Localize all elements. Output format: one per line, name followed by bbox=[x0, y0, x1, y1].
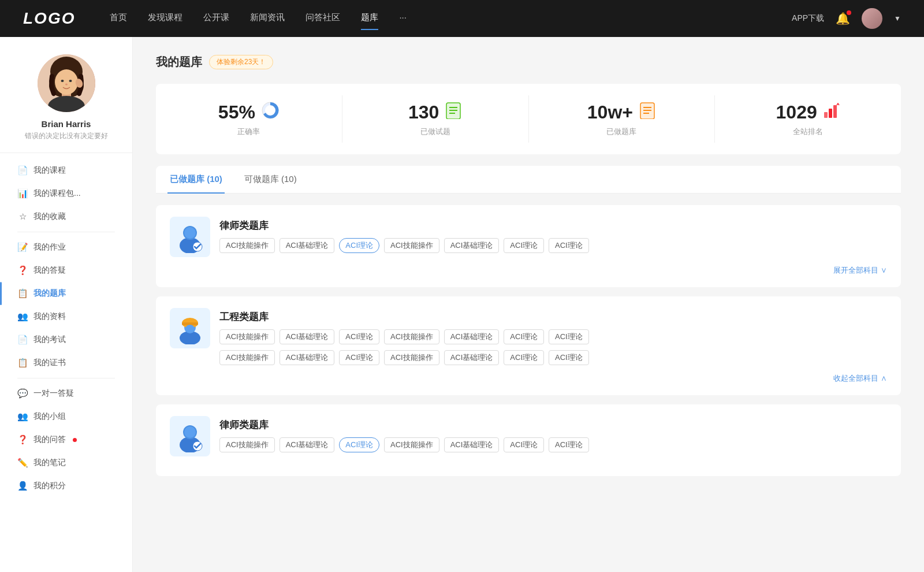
quiz-tag-2-6[interactable]: ACI理论 bbox=[549, 329, 589, 344]
quiz-tag-3-6[interactable]: ACI理论 bbox=[549, 437, 589, 452]
quiz-tag-2-3[interactable]: ACI技能操作 bbox=[384, 329, 439, 344]
page-header: 我的题库 体验剩余23天！ bbox=[156, 54, 901, 70]
quiz-tag-1-6[interactable]: ACI理论 bbox=[549, 238, 589, 253]
main-content: 我的题库 体验剩余23天！ 55% bbox=[133, 37, 924, 572]
quiz-tag-1-0[interactable]: ACI技能操作 bbox=[219, 238, 275, 253]
sidebar-item-profile-label: 我的资料 bbox=[33, 311, 66, 322]
quiz-tag-2-r2-1[interactable]: ACI基础理论 bbox=[280, 350, 335, 365]
quiz-tag-2-2[interactable]: ACI理论 bbox=[339, 329, 379, 344]
quiz-tag-3-0[interactable]: ACI技能操作 bbox=[219, 437, 275, 452]
quiz-tag-3-4[interactable]: ACI基础理论 bbox=[444, 437, 500, 452]
quiz-tag-1-2[interactable]: ACI理论 bbox=[339, 238, 379, 253]
tutor-icon: 💬 bbox=[17, 388, 28, 399]
sidebar-item-exam-label: 我的考试 bbox=[33, 335, 66, 345]
quiz-card-1-info: 律师类题库 ACI技能操作 ACI基础理论 ACI理论 ACI技能操作 ACI基… bbox=[219, 217, 589, 253]
favorites-icon: ☆ bbox=[17, 211, 28, 222]
quiz-tag-3-3[interactable]: ACI技能操作 bbox=[384, 437, 439, 452]
quiz-tag-2-r2-4[interactable]: ACI基础理论 bbox=[444, 350, 500, 365]
tab-available[interactable]: 可做题库 (10) bbox=[242, 166, 299, 193]
quiz-tag-2-r2-5[interactable]: ACI理论 bbox=[504, 350, 544, 365]
sidebar-item-exam[interactable]: 📄 我的考试 bbox=[6, 328, 126, 351]
stat-accuracy: 55% 正确率 bbox=[156, 95, 342, 143]
sidebar-item-cert[interactable]: 📋 我的证书 bbox=[6, 351, 126, 374]
avatar-image bbox=[862, 8, 882, 29]
quiz-tag-1-3[interactable]: ACI技能操作 bbox=[384, 238, 439, 253]
quiz-tag-2-r2-2[interactable]: ACI理论 bbox=[339, 350, 379, 365]
stat-ranking: 1029 全站排名 bbox=[715, 95, 901, 143]
sidebar-item-points[interactable]: 👤 我的积分 bbox=[6, 474, 126, 497]
sidebar-item-homework[interactable]: 📝 我的作业 bbox=[6, 236, 126, 259]
sidebar-item-notes[interactable]: ✏️ 我的笔记 bbox=[6, 451, 126, 474]
tab-done[interactable]: 已做题库 (10) bbox=[167, 166, 225, 193]
quiz-card-2-collapse-btn[interactable]: 收起全部科目 ∧ bbox=[833, 373, 887, 384]
quiz-tag-2-r2-0[interactable]: ACI技能操作 bbox=[219, 350, 275, 365]
profile-icon: 👥 bbox=[17, 311, 28, 322]
quiz-tag-2-r2-3[interactable]: ACI技能操作 bbox=[384, 350, 439, 365]
homework-icon: 📝 bbox=[17, 242, 28, 252]
svg-rect-23 bbox=[829, 109, 832, 118]
sidebar-item-profile[interactable]: 👥 我的资料 bbox=[6, 305, 126, 328]
svg-point-8 bbox=[65, 84, 68, 86]
nav-home[interactable]: 首页 bbox=[110, 12, 127, 25]
quiz-tag-2-5[interactable]: ACI理论 bbox=[504, 329, 544, 344]
quiz-tag-1-5[interactable]: ACI理论 bbox=[504, 238, 544, 253]
app-download-btn[interactable]: APP下载 bbox=[792, 13, 824, 24]
done-banks-icon bbox=[639, 102, 656, 122]
nav-quiz[interactable]: 题库 bbox=[361, 12, 378, 25]
logo[interactable]: LOGO bbox=[23, 9, 75, 28]
quiz-tag-1-4[interactable]: ACI基础理论 bbox=[444, 238, 500, 253]
course-icon: 📄 bbox=[17, 165, 28, 176]
sidebar-item-answers[interactable]: ❓ 我的答疑 bbox=[6, 259, 126, 282]
sidebar-item-cert-label: 我的证书 bbox=[33, 358, 66, 368]
sidebar-item-group[interactable]: 👥 我的小组 bbox=[6, 405, 126, 428]
svg-point-11 bbox=[265, 105, 275, 116]
quiz-tag-2-4[interactable]: ACI基础理论 bbox=[444, 329, 500, 344]
nav-qa[interactable]: 问答社区 bbox=[305, 12, 340, 25]
trial-badge: 体验剩余23天！ bbox=[209, 55, 273, 69]
svg-point-33 bbox=[185, 325, 195, 333]
sidebar-item-notes-label: 我的笔记 bbox=[33, 458, 66, 468]
nav-news[interactable]: 新闻资讯 bbox=[250, 12, 285, 25]
sidebar-item-course[interactable]: 📄 我的课程 bbox=[6, 159, 126, 182]
sidebar-item-course-label: 我的课程 bbox=[33, 165, 66, 176]
quiz-card-2: 工程类题库 ACI技能操作 ACI基础理论 ACI理论 ACI技能操作 ACI基… bbox=[156, 296, 901, 395]
quiz-tag-2-1[interactable]: ACI基础理论 bbox=[280, 329, 335, 344]
nav-menu: 首页 发现课程 公开课 新闻资讯 问答社区 题库 ··· bbox=[110, 12, 792, 25]
sidebar-item-favorites-label: 我的收藏 bbox=[33, 211, 66, 222]
svg-point-7 bbox=[69, 80, 72, 82]
legal-person-icon-3 bbox=[176, 421, 204, 452]
page-wrapper: Brian Harris 错误的决定比没有决定要好 📄 我的课程 📊 我的课程包… bbox=[0, 37, 924, 572]
sidebar-item-myqa[interactable]: ❓ 我的问答 bbox=[6, 428, 126, 451]
avatar-svg bbox=[38, 54, 95, 112]
sidebar-profile: Brian Harris 错误的决定比没有决定要好 bbox=[0, 54, 132, 153]
notification-bell[interactable]: 🔔 bbox=[836, 12, 850, 25]
quiz-tag-2-r2-6[interactable]: ACI理论 bbox=[549, 350, 589, 365]
sidebar-item-favorites[interactable]: ☆ 我的收藏 bbox=[6, 205, 126, 228]
notification-dot bbox=[847, 10, 851, 15]
coursepack-icon: 📊 bbox=[17, 188, 28, 199]
quiz-tag-2-0[interactable]: ACI技能操作 bbox=[219, 329, 275, 344]
svg-point-4 bbox=[55, 69, 78, 95]
stat-accuracy-value: 55% bbox=[218, 102, 255, 123]
sidebar-item-quizbank-label: 我的题库 bbox=[33, 288, 66, 299]
group-icon: 👥 bbox=[17, 411, 28, 422]
nav-more[interactable]: ··· bbox=[399, 12, 407, 25]
quiz-card-2-info: 工程类题库 ACI技能操作 ACI基础理论 ACI理论 ACI技能操作 ACI基… bbox=[219, 308, 887, 365]
stat-ranking-value: 1029 bbox=[776, 102, 817, 123]
navbar: LOGO 首页 发现课程 公开课 新闻资讯 问答社区 题库 ··· APP下载 … bbox=[0, 0, 924, 37]
nav-opencourse[interactable]: 公开课 bbox=[203, 12, 229, 25]
user-avatar[interactable] bbox=[862, 8, 882, 29]
sidebar-item-tutor[interactable]: 💬 一对一答疑 bbox=[6, 382, 126, 405]
notes-icon: ✏️ bbox=[17, 458, 28, 468]
quiz-tag-3-2[interactable]: ACI理论 bbox=[339, 437, 379, 452]
quiz-tag-3-1[interactable]: ACI基础理论 bbox=[280, 437, 335, 452]
myqa-notification-dot bbox=[73, 438, 77, 442]
quiz-tag-3-5[interactable]: ACI理论 bbox=[504, 437, 544, 452]
quiz-tag-1-1[interactable]: ACI基础理论 bbox=[280, 238, 335, 253]
sidebar-item-quizbank[interactable]: 📋 我的题库 bbox=[6, 282, 126, 305]
sidebar-item-coursepack[interactable]: 📊 我的课程包... bbox=[6, 182, 126, 205]
nav-discover[interactable]: 发现课程 bbox=[148, 12, 182, 25]
stat-done-banks: 10w+ 已做题库 bbox=[529, 95, 716, 143]
quiz-card-1-expand-btn[interactable]: 展开全部科目 ∨ bbox=[833, 265, 887, 276]
avatar-dropdown-arrow[interactable]: ▼ bbox=[894, 14, 901, 23]
